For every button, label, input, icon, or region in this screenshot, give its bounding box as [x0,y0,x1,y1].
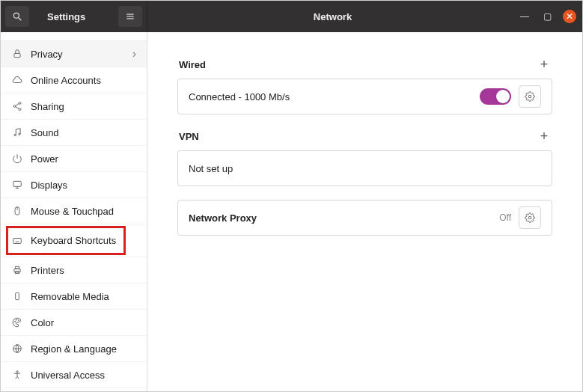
svg-point-29 [15,321,16,322]
vpn-status: Not set up [189,163,233,174]
gear-icon [525,91,535,102]
sidebar-item-keyboard-shortcuts[interactable]: Keyboard Shortcuts [1,224,147,257]
svg-line-10 [16,107,19,109]
sidebar-item-mouse-touchpad[interactable]: Mouse & Touchpad [1,198,147,224]
sidebar-item-sound[interactable]: Sound [1,120,147,146]
sidebar-item-power[interactable]: Power [1,146,147,172]
sidebar-item-label: Color [31,317,54,328]
titlebar: Settings Network — ▢ ✕ [1,1,582,32]
svg-point-12 [19,133,20,135]
sidebar-item-displays[interactable]: Displays [1,172,147,198]
printers-icon [11,264,23,276]
sidebar-item-label: Keyboard Shortcuts [31,235,116,246]
svg-point-30 [16,319,16,320]
add-vpn-button[interactable]: + [537,129,551,143]
svg-point-31 [18,320,19,321]
wired-header: Wired [179,59,206,70]
svg-rect-24 [14,269,20,272]
svg-point-35 [528,95,531,98]
vpn-panel: Not set up [177,150,552,186]
page-title: Network [147,11,518,22]
sidebar-item-label: Region & Language [31,343,117,355]
sidebar-item-color[interactable]: Color [1,310,147,336]
svg-rect-27 [16,293,19,299]
svg-point-36 [528,216,531,219]
removable-media-icon [11,290,23,302]
sidebar-item-printers[interactable]: Printers [1,257,147,284]
sidebar-item-label: Sound [31,127,59,138]
settings-title: Settings [34,11,114,22]
proxy-panel: Network Proxy Off [177,200,552,236]
sidebar-partial-row [1,32,147,41]
sidebar-item-sharing[interactable]: Sharing [1,94,147,120]
displays-icon [11,179,23,191]
sidebar-item-label: Power [31,153,58,165]
content-area: Wired + Connected - 1000 Mb/s VPN + [147,32,582,391]
online-accounts-icon [11,74,23,86]
svg-rect-19 [13,238,22,243]
region-language-icon [11,343,23,355]
sidebar-item-label: Mouse & Touchpad [31,206,114,217]
vpn-header: VPN [179,131,199,142]
svg-rect-14 [13,181,22,186]
sidebar-item-label: Online Accounts [31,75,101,86]
chevron-right-icon: › [132,47,136,61]
sidebar-item-label: Removable Media [31,291,109,302]
universal-access-icon [11,369,23,381]
svg-point-0 [13,13,19,18]
svg-rect-25 [16,266,19,269]
sidebar-item-online-accounts[interactable]: Online Accounts [1,67,147,94]
sidebar-item-label: Universal Access [31,370,105,381]
sidebar-item-label: Displays [31,180,67,191]
sidebar-item-label: Sharing [31,101,64,112]
add-wired-button[interactable]: + [537,58,551,71]
proxy-settings-button[interactable] [519,206,541,229]
svg-point-6 [19,102,21,104]
svg-line-1 [19,18,22,21]
svg-point-7 [13,105,16,108]
hamburger-icon [125,11,135,22]
color-icon [11,316,23,328]
sound-icon [11,126,23,138]
proxy-label: Network Proxy [189,212,257,224]
sidebar-item-universal-access[interactable]: Universal Access [1,362,147,388]
minimize-button[interactable]: — [518,10,531,23]
sidebar-item-label: Printers [31,265,64,276]
svg-point-11 [14,134,16,135]
privacy-icon [11,48,23,60]
svg-line-9 [16,104,19,106]
wired-panel: Connected - 1000 Mb/s [177,79,552,114]
gear-icon [525,212,535,223]
close-button[interactable]: ✕ [563,10,576,23]
sidebar-item-label: Privacy [31,49,63,60]
power-icon [11,153,23,165]
search-icon [12,11,22,22]
sidebar-item-removable-media[interactable]: Removable Media [1,284,147,310]
wired-status: Connected - 1000 Mb/s [189,91,290,102]
sidebar-item-region-language[interactable]: Region & Language [1,336,147,362]
wired-settings-button[interactable] [519,85,541,108]
sharing-icon [11,100,23,112]
menu-button[interactable] [118,6,142,27]
keyboard-shortcuts-icon [11,235,23,247]
mouse-touchpad-icon [11,205,23,217]
proxy-status: Off [499,212,511,223]
maximize-button[interactable]: ▢ [540,10,554,23]
svg-point-8 [19,108,21,111]
svg-point-34 [16,371,18,373]
sidebar: Privacy›Online AccountsSharingSoundPower… [1,32,147,391]
sidebar-item-privacy[interactable]: Privacy› [1,41,147,67]
wired-toggle[interactable] [480,88,511,105]
search-button[interactable] [5,6,29,27]
svg-rect-5 [14,53,20,57]
